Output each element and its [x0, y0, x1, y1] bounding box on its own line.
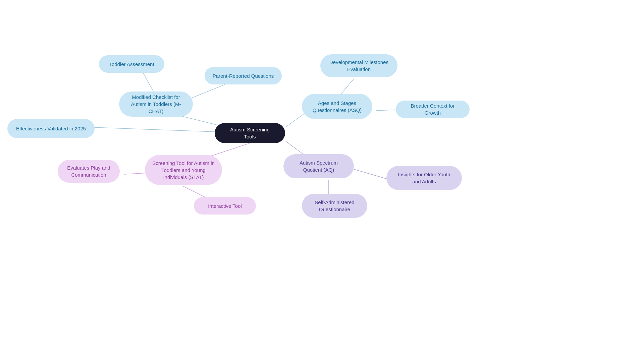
asq-node[interactable]: Ages and Stages Questionnaires (ASQ) — [302, 94, 372, 119]
interactive-tool-node[interactable]: Interactive Tool — [194, 197, 256, 215]
self-admin-node[interactable]: Self-Administered Questionnaire — [302, 194, 367, 218]
effectiveness-label: Effectiveness Validated in 2025 — [16, 125, 86, 132]
center-node[interactable]: Autism Screening Tools — [215, 123, 285, 143]
stat-node[interactable]: Screening Tool for Autism in Toddlers an… — [145, 155, 222, 185]
aq-label: Autism Spectrum Quotient (AQ) — [291, 159, 346, 173]
evaluates-play-node[interactable]: Evaluates Play and Communication — [58, 160, 120, 183]
broader-context-node[interactable]: Broader Context for Growth — [396, 101, 470, 118]
asq-label: Ages and Stages Questionnaires (ASQ) — [309, 100, 365, 114]
insights-older-label: Insights for Older Youth and Adults — [394, 171, 454, 185]
parent-reported-label: Parent-Reported Questions — [213, 72, 274, 79]
mchat-node[interactable]: Modified Checklist for Autism in Toddler… — [119, 92, 193, 117]
toddler-assessment-node[interactable]: Toddler Assessment — [99, 55, 164, 73]
svg-line-11 — [354, 169, 391, 180]
interactive-tool-label: Interactive Tool — [208, 202, 242, 209]
developmental-label: Developmental Milestones Evaluation — [328, 59, 390, 73]
toddler-assessment-label: Toddler Assessment — [109, 61, 154, 68]
stat-label: Screening Tool for Autism in Toddlers an… — [152, 160, 215, 181]
mind-map-container: Autism Screening Tools Modified Checklis… — [0, 0, 644, 363]
broader-context-label: Broader Context for Growth — [403, 102, 462, 116]
developmental-node[interactable]: Developmental Milestones Evaluation — [320, 54, 397, 77]
center-node-label: Autism Screening Tools — [229, 126, 270, 140]
insights-older-node[interactable]: Insights for Older Youth and Adults — [386, 166, 462, 190]
parent-reported-node[interactable]: Parent-Reported Questions — [205, 67, 282, 84]
self-admin-label: Self-Administered Questionnaire — [309, 199, 360, 213]
mchat-label: Modified Checklist for Autism in Toddler… — [126, 94, 185, 115]
evaluates-play-label: Evaluates Play and Communication — [65, 164, 112, 178]
effectiveness-node[interactable]: Effectiveness Validated in 2025 — [7, 119, 95, 138]
aq-node[interactable]: Autism Spectrum Quotient (AQ) — [283, 154, 354, 178]
